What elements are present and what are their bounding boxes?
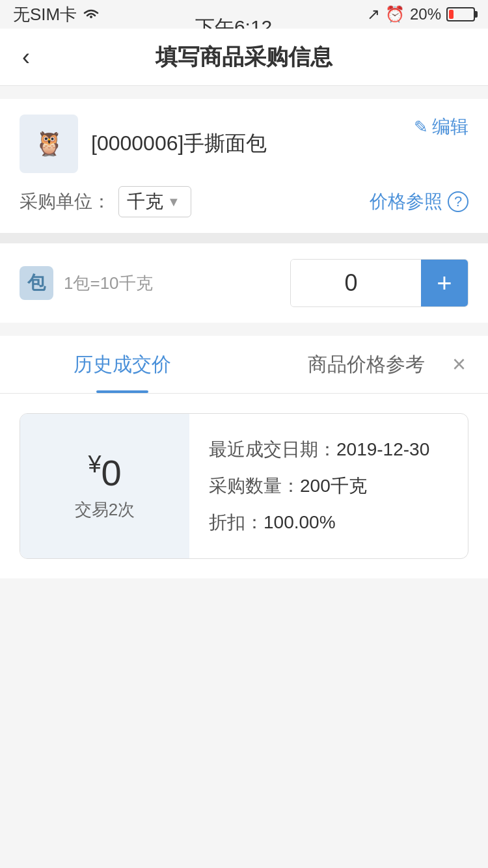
price-ref-label: 价格参照 [370,189,442,214]
quantity-row: 包 1包=10千克 + [0,243,488,323]
quantity-input[interactable] [291,260,421,306]
tab-history-price[interactable]: 历史成交价 [0,336,244,393]
battery-indicator [446,7,475,21]
purchase-quantity-value: 200千克 [300,476,367,496]
location-icon: ↗ [367,5,380,23]
history-price-right: 最近成交日期：2019-12-30 采购数量：200千克 折扣：100.00% [189,414,468,558]
help-icon: ? [448,191,468,212]
purchase-quantity-row: 采购数量：200千克 [209,474,448,498]
discount-row: 折扣：100.00% [209,510,448,535]
nav-bar: ‹ 填写商品采购信息 [0,29,488,86]
chevron-down-icon: ▼ [167,195,180,210]
question-mark: ? [454,193,462,210]
status-right: ↗ ⏰ 20% [367,5,475,23]
history-price-card: ¥0 交易2次 最近成交日期：2019-12-30 采购数量：200千克 折扣：… [20,413,468,559]
quantity-plus-button[interactable]: + [421,260,468,306]
tabs-panel: 历史成交价 商品价格参考 × ¥0 交易2次 最近成交日期：2019-12-30… [0,336,488,578]
page-title: 填写商品采购信息 [156,42,332,72]
unit-value: 千克 [127,189,163,214]
product-thumbnail: 🦉 [20,115,78,173]
edit-label: 编辑 [432,115,468,139]
unit-hint: 1包=10千克 [64,272,153,295]
quantity-input-group: + [290,259,468,307]
tab-close-button[interactable]: × [446,344,472,385]
unit-label: 采购单位： [20,189,111,214]
price-number: 0 [101,452,121,493]
history-trades-count: 交易2次 [75,498,135,521]
tab2-label: 商品价格参考 [308,351,425,378]
discount-value: 100.00% [264,512,336,532]
price-ref-button[interactable]: 价格参照 ? [370,189,468,214]
status-left: 无SIM卡 [13,3,100,26]
unit-left: 采购单位： 千克 ▼ [20,186,191,217]
wifi-icon [82,8,100,21]
product-header: 🦉 [0000006]手撕面包 ✎ 编辑 [20,115,468,173]
product-owl-icon: 🦉 [34,130,64,157]
status-bar: 无SIM卡 下午6:12 ↗ ⏰ 20% [0,0,488,29]
history-price-value: ¥0 [88,451,121,494]
product-info-left: 🦉 [0000006]手撕面包 [20,115,267,173]
product-card: 🦉 [0000006]手撕面包 ✎ 编辑 采购单位： 千克 ▼ 价格参照 ? [0,99,488,233]
tab1-label: 历史成交价 [74,351,171,378]
unit-select-dropdown[interactable]: 千克 ▼ [118,186,191,217]
product-unit-row: 采购单位： 千克 ▼ 价格参照 ? [20,186,468,217]
edit-icon: ✎ [414,117,428,137]
purchase-quantity-label: 采购数量： [209,476,300,496]
recent-date-row: 最近成交日期：2019-12-30 [209,437,448,462]
discount-label: 折扣： [209,512,264,532]
carrier-label: 无SIM卡 [13,3,77,26]
currency-symbol: ¥ [88,451,101,478]
tabs-header: 历史成交价 商品价格参考 × [0,336,488,394]
section-divider [0,233,488,243]
recent-date-value: 2019-12-30 [336,439,429,459]
history-price-left: ¥0 交易2次 [20,414,189,558]
alarm-icon: ⏰ [385,5,405,23]
tab-content-history: ¥0 交易2次 最近成交日期：2019-12-30 采购数量：200千克 折扣：… [0,394,488,578]
quantity-left: 包 1包=10千克 [20,266,153,300]
edit-button[interactable]: ✎ 编辑 [414,115,468,139]
battery-percent: 20% [410,5,441,23]
back-button[interactable]: ‹ [16,37,36,77]
recent-date-label: 最近成交日期： [209,439,336,459]
unit-badge: 包 [20,266,53,300]
product-name: [0000006]手撕面包 [91,129,267,158]
